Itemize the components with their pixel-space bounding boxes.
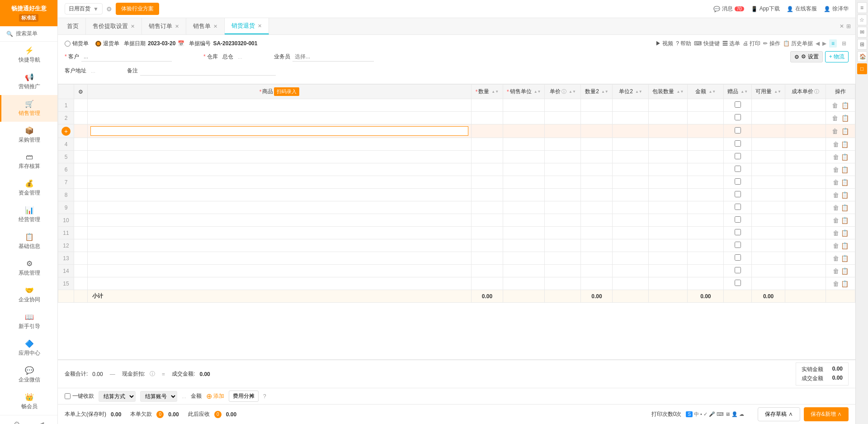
view-grid-icon[interactable]: ⊞ [840, 39, 849, 48]
unit2-sort[interactable]: ▲▼ [635, 90, 642, 94]
delete-icon[interactable]: 🗑 [833, 267, 839, 275]
delete-icon[interactable]: 🗑 [832, 114, 838, 122]
user-info[interactable]: 👤 徐泽华 [824, 5, 849, 13]
save-new-btn[interactable]: 保存&新增 ∧ [804, 407, 849, 421]
row-cost[interactable] [785, 99, 826, 112]
delete-icon[interactable]: 🗑 [833, 166, 839, 173]
help-toolbar-btn[interactable]: ? 帮助 [676, 40, 691, 48]
sidebar-item-system[interactable]: ⚙ 系统管理 [0, 255, 57, 281]
row-pack-qty[interactable] [649, 124, 688, 138]
discount-info-icon[interactable]: ⓘ [150, 370, 155, 378]
search-menu-item[interactable]: 🔍 搜索菜单 [0, 26, 57, 42]
right-panel-btn-4[interactable]: ⊞ [857, 39, 867, 50]
scan-input-btn[interactable]: 扫码录入 [274, 87, 299, 96]
tab-sales-order-close[interactable]: ✕ [175, 24, 179, 29]
copy-icon[interactable]: 📋 [841, 242, 849, 249]
copy-icon[interactable]: 📋 [841, 166, 849, 173]
row-qty2[interactable] [581, 124, 613, 138]
row-price[interactable] [545, 124, 581, 138]
right-panel-btn-1[interactable]: ≡ [857, 2, 867, 13]
header-settings-icon[interactable]: ⚙ [106, 5, 112, 13]
category-dropdown[interactable]: 日用百货 ▼ [65, 3, 103, 14]
sidebar-item-enterprise[interactable]: 🤝 企业协同 [0, 281, 57, 308]
right-panel-btn-2[interactable]: ☆ [857, 14, 867, 25]
remarks-input[interactable] [140, 66, 276, 76]
row-unit2[interactable] [613, 124, 649, 138]
row-price[interactable] [545, 99, 581, 112]
right-panel-btn-5[interactable]: 🏠 [857, 51, 867, 62]
row-unit2[interactable] [613, 112, 649, 124]
copy-icon[interactable]: 📋 [841, 141, 849, 148]
row-product-active[interactable] [88, 124, 472, 138]
tab-sales-slip[interactable]: 销售单 ✕ [186, 18, 225, 34]
row-amount[interactable] [688, 112, 724, 124]
row-qty[interactable] [471, 112, 503, 124]
product-input-active[interactable] [90, 126, 468, 136]
one-click-payment-checkbox[interactable] [65, 393, 71, 399]
delete-icon[interactable]: 🗑 [833, 280, 839, 287]
table-container[interactable]: ⚙ * 商品 扫码录入 [58, 84, 855, 359]
shortcuts-toolbar-btn[interactable]: ⌨ 快捷键 [694, 40, 719, 48]
row-unit2[interactable] [613, 99, 649, 112]
video-toolbar-btn[interactable]: ▶ 视频 [656, 40, 673, 48]
copy-icon[interactable]: 📋 [841, 267, 849, 275]
sidebar-item-guide[interactable]: 📖 新手引导 [0, 308, 57, 335]
view-list-icon[interactable]: ≡ [829, 39, 837, 48]
sidebar-item-basic-info[interactable]: 📋 基础信息 [0, 228, 57, 255]
row-sales-unit[interactable] [503, 112, 545, 124]
tab-sales-order[interactable]: 销售订单 ✕ [142, 18, 186, 34]
row-amount[interactable] [688, 124, 724, 138]
sidebar-item-inventory[interactable]: 🗃 库存核算 [0, 148, 57, 175]
row-qty[interactable] [471, 99, 503, 112]
expense-split-btn[interactable]: 费用分摊 [229, 391, 259, 402]
expense-question-icon[interactable]: ? [263, 393, 266, 400]
warehouse-selector[interactable]: ... [238, 54, 242, 60]
copy-icon[interactable]: 📋 [841, 204, 849, 211]
row-gift[interactable] [724, 99, 752, 112]
salesman-input[interactable] [292, 52, 374, 62]
delete-icon[interactable]: 🗑 [833, 179, 839, 186]
delete-icon[interactable]: 🗑 [833, 153, 839, 161]
copy-icon[interactable]: 📋 [841, 255, 849, 262]
row-pack-qty[interactable] [649, 99, 688, 112]
radio-sales-slip[interactable]: 销货单 [65, 40, 89, 48]
history-toolbar-btn[interactable]: 📋 历史单据 [783, 40, 813, 48]
app-download-item[interactable]: 📱 App下载 [751, 5, 780, 13]
gift-sort[interactable]: ▲▼ [741, 90, 748, 94]
copy-icon[interactable]: 📋 [841, 191, 849, 199]
delete-icon[interactable]: 🗑 [833, 204, 839, 211]
add-row-button[interactable]: + [61, 127, 71, 136]
row-amount[interactable] [688, 99, 724, 112]
sidebar-item-purchase[interactable]: 📦 采购管理 [0, 122, 57, 148]
tab-close-all[interactable]: ✕ [840, 23, 844, 29]
row-price[interactable] [545, 112, 581, 124]
sidebar-item-sales[interactable]: 🛒 销售管理 [0, 95, 57, 122]
customer-input[interactable] [81, 52, 172, 62]
row-pack-qty[interactable] [649, 112, 688, 124]
row-available[interactable] [752, 112, 785, 124]
address-selector[interactable]: ... [91, 68, 95, 74]
tab-sales-return[interactable]: 销货退货 ✕ [225, 18, 269, 34]
row-available[interactable] [752, 124, 785, 138]
sidebar-item-wechat[interactable]: 💬 企业微信 [0, 362, 57, 388]
sidebar-item-member[interactable]: 👑 畅会员 [0, 388, 57, 415]
message-item[interactable]: 💬 消息 70 [713, 5, 744, 13]
sidebar-item-marketing[interactable]: 📢 营销推广 [0, 68, 57, 95]
copy-icon[interactable]: 📋 [841, 128, 849, 135]
row-qty[interactable] [471, 124, 503, 138]
unit-sort[interactable]: ▲▼ [534, 90, 541, 94]
sidebar-item-operations[interactable]: 📊 经营管理 [0, 201, 57, 228]
pack-sort[interactable]: ▲▼ [676, 90, 684, 94]
delete-icon[interactable]: 🗑 [833, 229, 839, 237]
copy-icon[interactable]: 📋 [841, 153, 849, 161]
tab-sales-return-close[interactable]: ✕ [258, 23, 262, 29]
tab-sales-slip-close[interactable]: ✕ [213, 24, 217, 29]
delete-icon[interactable]: 🗑 [832, 102, 838, 109]
row-gift[interactable] [724, 112, 752, 124]
row-product[interactable] [88, 112, 472, 124]
qty2-sort[interactable]: ▲▼ [601, 90, 609, 94]
collapse-icon[interactable]: ◀ [38, 420, 44, 424]
copy-icon[interactable]: 📋 [841, 114, 849, 122]
sidebar-item-finance[interactable]: 💰 资金管理 [0, 175, 57, 201]
delete-icon[interactable]: 🗑 [833, 217, 839, 224]
